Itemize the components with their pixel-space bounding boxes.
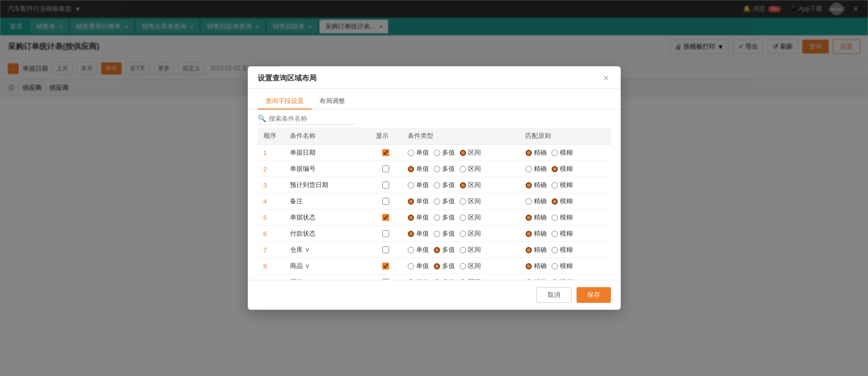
dialog-close-button[interactable]: × — [602, 73, 611, 83]
dialog-header: 设置查询区域布局 × — [248, 66, 621, 89]
dialog-overlay: 设置查询区域布局 × 查询字段设置 布局调整 🔍 顺序 条件名称 显示 — [0, 0, 868, 97]
tab-layout[interactable]: 布局调整 — [312, 94, 353, 97]
dialog-title: 设置查询区域布局 — [258, 74, 316, 83]
tab-query-fields[interactable]: 查询字段设置 — [258, 94, 312, 97]
dialog-tabs: 查询字段设置 布局调整 — [248, 89, 621, 97]
settings-dialog: 设置查询区域布局 × 查询字段设置 布局调整 🔍 顺序 条件名称 显示 — [248, 66, 621, 97]
